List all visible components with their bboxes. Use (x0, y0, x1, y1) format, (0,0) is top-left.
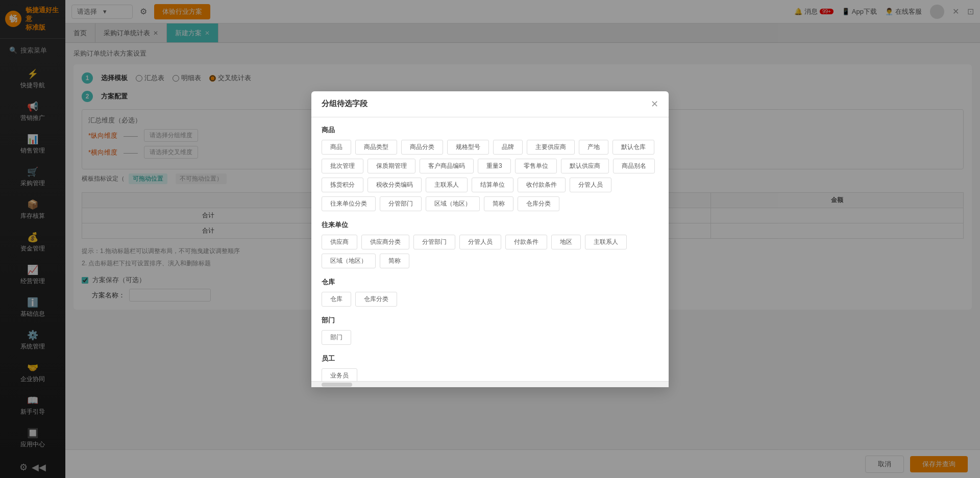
modal-horizontal-scrollbar[interactable] (311, 381, 669, 387)
field-chip[interactable]: 仓库 (322, 292, 351, 307)
field-chip[interactable]: 仓库分类 (355, 292, 397, 307)
field-chip[interactable]: 主联系人 (585, 235, 627, 249)
field-chip[interactable]: 地区 (551, 235, 581, 249)
field-chip[interactable]: 收付款条件 (518, 178, 566, 192)
field-chip[interactable]: 商品别名 (613, 159, 655, 173)
field-chip[interactable]: 仓库分类 (518, 196, 559, 211)
field-chip[interactable]: 默认供应商 (561, 159, 609, 173)
modal-overlay: 分组待选字段 ✕ 商品商品商品类型商品分类规格型号品牌主要供应商产地默认仓库批次… (0, 0, 980, 478)
field-chip[interactable]: 简称 (380, 254, 409, 268)
field-chip[interactable]: 产地 (579, 140, 608, 155)
field-chip[interactable]: 供应商分类 (361, 235, 409, 249)
field-chip[interactable]: 分管人员 (570, 178, 611, 192)
modal-header: 分组待选字段 ✕ (311, 91, 669, 117)
field-chip[interactable]: 往来单位分类 (322, 196, 376, 211)
modal-body[interactable]: 商品商品商品类型商品分类规格型号品牌主要供应商产地默认仓库批次管理保质期管理客户… (311, 117, 669, 381)
field-chip[interactable]: 部门 (322, 330, 351, 345)
field-chip[interactable]: 简称 (484, 196, 513, 211)
field-chip[interactable]: 分管人员 (459, 235, 501, 249)
field-chip[interactable]: 分管部门 (413, 235, 455, 249)
field-section-product: 商品商品商品类型商品分类规格型号品牌主要供应商产地默认仓库批次管理保质期管理客户… (322, 125, 658, 211)
field-chip[interactable]: 商品分类 (401, 140, 443, 155)
field-select-modal: 分组待选字段 ✕ 商品商品商品类型商品分类规格型号品牌主要供应商产地默认仓库批次… (311, 91, 669, 387)
field-chip[interactable]: 默认仓库 (612, 140, 654, 155)
field-chip[interactable]: 品牌 (493, 140, 523, 155)
field-chip[interactable]: 税收分类编码 (368, 178, 422, 192)
field-section-employee: 员工业务员 (322, 354, 658, 381)
field-chips-product: 商品商品类型商品分类规格型号品牌主要供应商产地默认仓库批次管理保质期管理客户商品… (322, 140, 658, 211)
field-chip[interactable]: 付款条件 (505, 235, 547, 249)
field-chips-warehouse: 仓库仓库分类 (322, 292, 658, 307)
field-chip[interactable]: 批次管理 (322, 159, 363, 173)
field-chip[interactable]: 客户商品编码 (420, 159, 474, 173)
modal-hscroll-thumb (322, 383, 352, 387)
field-chips-department: 部门 (322, 330, 658, 345)
field-section-department: 部门部门 (322, 316, 658, 345)
field-section-title-warehouse: 仓库 (322, 278, 658, 287)
field-chip[interactable]: 拣货积分 (322, 178, 363, 192)
field-chip[interactable]: 规格型号 (447, 140, 489, 155)
field-chip[interactable]: 商品类型 (355, 140, 397, 155)
field-chips-employee: 业务员 (322, 368, 658, 381)
field-chips-partner: 供应商供应商分类分管部门分管人员付款条件地区主联系人区域（地区）简称 (322, 235, 658, 268)
field-section-warehouse: 仓库仓库仓库分类 (322, 278, 658, 307)
field-chip[interactable]: 分管部门 (380, 196, 422, 211)
modal-close-button[interactable]: ✕ (651, 98, 658, 110)
field-chip[interactable]: 区域（地区） (322, 254, 376, 268)
field-section-partner: 往来单位供应商供应商分类分管部门分管人员付款条件地区主联系人区域（地区）简称 (322, 220, 658, 268)
field-chip[interactable]: 主要供应商 (527, 140, 575, 155)
field-chip[interactable]: 供应商 (322, 235, 357, 249)
field-chip[interactable]: 保质期管理 (368, 159, 415, 173)
modal-title: 分组待选字段 (322, 99, 368, 109)
field-chip[interactable]: 主联系人 (426, 178, 468, 192)
field-chip[interactable]: 结算单位 (472, 178, 513, 192)
field-section-title-department: 部门 (322, 316, 658, 325)
field-chip[interactable]: 区域（地区） (426, 196, 480, 211)
field-section-title-product: 商品 (322, 125, 658, 135)
field-chip[interactable]: 零售单位 (515, 159, 557, 173)
field-chip[interactable]: 商品 (322, 140, 351, 155)
field-chip[interactable]: 重量3 (478, 159, 511, 173)
field-chip[interactable]: 业务员 (322, 368, 357, 381)
field-section-title-partner: 往来单位 (322, 220, 658, 230)
field-section-title-employee: 员工 (322, 354, 658, 363)
